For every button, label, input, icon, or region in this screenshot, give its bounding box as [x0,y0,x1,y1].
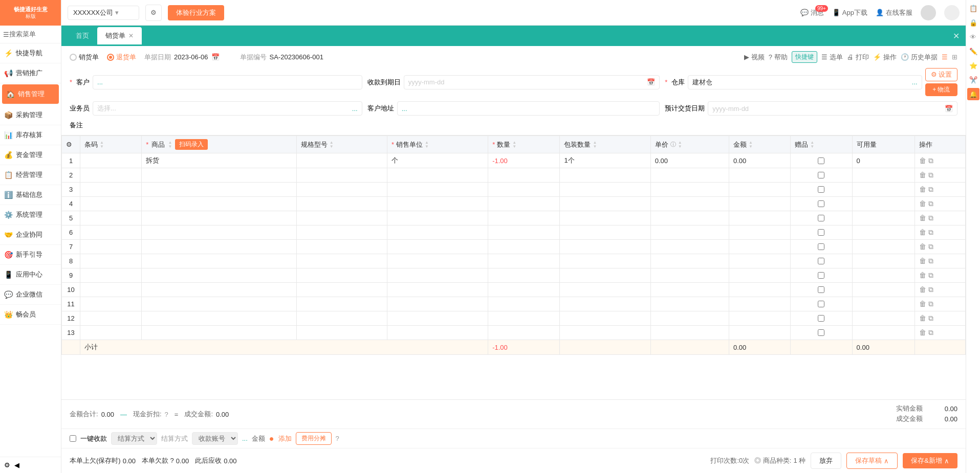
date-picker-icon[interactable]: 📅 [211,53,220,61]
message-button[interactable]: 💬 消息 99+ [800,8,824,17]
close-all-tabs-button[interactable]: ✕ [953,31,960,41]
company-select[interactable]: XXXXXX公司 ▾ [68,6,139,20]
address-input[interactable]: ... [397,101,660,116]
settings-side-button[interactable]: ⚙ 设置 [925,68,957,81]
copy-row-icon[interactable]: ⧉ [928,328,933,337]
th-barcode[interactable]: 条码 ▲▼ [80,136,142,153]
account-select[interactable]: 收款账号 [192,432,238,445]
radio-return-order[interactable]: 退货单 [107,53,136,62]
save-draft-button[interactable]: 保存草稿 ∧ [846,453,898,469]
settings-gear-button[interactable]: ⚙ [145,5,162,21]
delete-row-icon[interactable]: 🗑 [919,214,926,222]
row-spec[interactable] [296,153,387,168]
row-product[interactable]: 拆货 [142,153,296,168]
copy-row-icon[interactable]: ⧉ [928,314,933,323]
copy-row-icon[interactable]: ⧉ [928,271,933,280]
row-qty[interactable]: -1.00 [488,153,560,168]
tab-home[interactable]: 首页 [68,27,97,44]
copy-row-icon[interactable]: ⧉ [928,242,933,251]
select-tool[interactable]: ☰ 选单 [821,53,843,62]
th-settings[interactable]: ⚙ [62,136,80,153]
pkg-sort[interactable]: ▲▼ [593,141,597,149]
delete-row-icon[interactable]: 🗑 [919,328,926,337]
salesperson-input[interactable]: 选择... ... [93,101,362,116]
logistics-button[interactable]: + 物流 [925,83,957,96]
print-tool[interactable]: 🖨 打印 [847,53,869,62]
sidebar-item-apps[interactable]: 📱 应用中心 [0,265,61,285]
th-spec[interactable]: 规格型号 ▲▼ [296,136,387,153]
online-service-link[interactable]: 👤 在线客服 [876,8,912,17]
th-product[interactable]: * 商品 ▲▼ 扫码录入 [142,136,296,153]
history-tool[interactable]: 🕐 历史单据 [901,53,938,62]
operation-tool[interactable]: ⚡ 操作 [873,53,897,62]
delete-row-icon[interactable]: 🗑 [919,185,926,194]
th-unit[interactable]: * 销售单位 ▲▼ [387,136,488,153]
discount-help-icon[interactable]: ? [165,411,168,418]
price-sort[interactable]: ▲▼ [678,141,682,149]
row-gift[interactable] [791,153,852,168]
row-price[interactable]: 0.00 [650,153,729,168]
scan-button[interactable]: 扫码录入 [175,139,208,150]
expense-help-icon[interactable]: ? [336,435,339,442]
avatar[interactable] [921,5,936,20]
gift-sort[interactable]: ▲▼ [810,141,814,149]
copy-row-icon[interactable]: ⧉ [928,257,933,265]
tab-close-icon[interactable]: ✕ [128,32,134,39]
sidebar-item-funds[interactable]: 💰 资金管理 [0,145,61,165]
add-payment-icon[interactable]: ● [269,434,274,443]
copy-row-icon[interactable]: ⧉ [928,199,933,208]
delete-row-icon[interactable]: 🗑 [919,300,926,308]
sidebar-item-system[interactable]: ⚙️ 系统管理 [0,205,61,225]
qty-sort[interactable]: ▲▼ [512,141,516,149]
copy-row-icon[interactable]: ⧉ [928,300,933,308]
table-scroll[interactable]: ⚙ 条码 ▲▼ * 商品 [61,136,966,399]
row-barcode[interactable] [80,153,142,168]
delete-row-icon[interactable]: 🗑 [919,171,926,179]
th-price[interactable]: 单价 ⓘ ▲▼ [650,136,729,153]
sidebar-item-wechat[interactable]: 💬 企业微信 [0,285,61,305]
row-amount[interactable]: 0.00 [729,153,790,168]
delete-row-icon[interactable]: 🗑 [919,228,926,237]
customer-input[interactable]: ... [93,75,362,89]
row-pkg-qty[interactable]: 1个 [560,153,650,168]
settlement-method-select[interactable]: 结算方式 [111,432,157,445]
delete-row-icon[interactable]: 🗑 [919,271,926,280]
tab-sales-order[interactable]: 销货单 ✕ [97,27,142,44]
th-gift[interactable]: 赠品 ▲▼ [791,136,852,153]
right-icon-edit[interactable]: ✏️ [967,45,979,57]
view-toggle-grid[interactable]: ⊞ [952,53,957,61]
copy-row-icon[interactable]: ⧉ [928,214,933,222]
delete-row-icon[interactable]: 🗑 [919,242,926,251]
sidebar-item-inventory[interactable]: 📊 库存核算 [0,125,61,145]
barcode-sort[interactable]: ▲▼ [100,141,104,149]
minus-icon[interactable]: — [120,411,127,418]
copy-row-icon[interactable]: ⧉ [928,228,933,237]
save-new-button[interactable]: 保存&新增 ∧ [903,453,957,468]
th-pkg-qty[interactable]: 包装数量 ▲▼ [560,136,650,153]
delete-row-icon[interactable]: 🗑 [919,156,926,165]
one-click-payment-checkbox[interactable] [70,435,76,442]
discard-button[interactable]: 放弃 [811,453,841,469]
sidebar-item-operations[interactable]: 📋 经营管理 [0,165,61,185]
help-tool[interactable]: ? 帮助 [769,53,788,62]
th-amount[interactable]: 金额 ▲▼ [729,136,790,153]
th-qty[interactable]: * 数量 ▲▼ [488,136,560,153]
right-icon-clipboard[interactable]: 📋 [967,2,979,14]
amount-sort[interactable]: ▲▼ [749,141,753,149]
spec-sort[interactable]: ▲▼ [330,141,334,149]
delivery-date-input[interactable]: yyyy-mm-dd 📅 [708,101,957,116]
sidebar-item-search[interactable]: ☰ 搜索菜单 [0,26,61,43]
right-icon-notification[interactable]: 🔔 [967,88,979,100]
trial-button[interactable]: 体验行业方案 [168,5,224,20]
video-tool[interactable]: ▶ 视频 [744,53,765,62]
due-date-input[interactable]: yyyy-mm-dd 📅 [404,75,660,89]
expense-split-button[interactable]: 费用分摊 [296,432,332,445]
radio-sales-order[interactable]: 销货单 [70,53,99,62]
sidebar-item-basics[interactable]: ℹ️ 基础信息 [0,185,61,205]
sidebar-item-guide[interactable]: 🎯 新手引导 [0,245,61,265]
product-sort[interactable]: ▲▼ [168,141,172,149]
right-icon-eye[interactable]: 👁 [967,31,979,43]
delete-row-icon[interactable]: 🗑 [919,257,926,265]
copy-row-icon[interactable]: ⧉ [928,285,933,294]
sidebar-item-quick-nav[interactable]: ⚡ 快捷导航 [0,43,61,63]
